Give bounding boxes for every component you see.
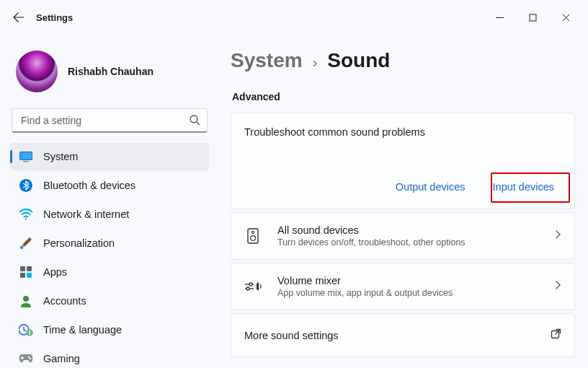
svg-rect-8 bbox=[20, 266, 25, 271]
sidebar-item-label: Time & language bbox=[43, 324, 122, 336]
back-button[interactable] bbox=[6, 4, 32, 30]
input-devices-button[interactable]: Input devices bbox=[486, 177, 561, 197]
close-icon bbox=[562, 14, 570, 22]
speaker-device-icon bbox=[244, 228, 262, 244]
svg-rect-10 bbox=[20, 273, 25, 278]
sidebar: Rishabh Chauhan System Bluetooth & devic… bbox=[0, 35, 216, 368]
titlebar: Settings bbox=[0, 0, 588, 35]
sidebar-item-gaming[interactable]: Gaming bbox=[10, 345, 209, 368]
sidebar-item-system[interactable]: System bbox=[10, 143, 209, 170]
output-devices-button[interactable]: Output devices bbox=[388, 177, 473, 197]
person-icon bbox=[19, 294, 33, 308]
svg-rect-9 bbox=[27, 266, 32, 271]
sidebar-item-label: Network & internet bbox=[43, 209, 129, 220]
maximize-icon bbox=[529, 14, 537, 22]
chevron-right-icon bbox=[554, 229, 561, 242]
clock-globe-icon bbox=[19, 323, 33, 337]
troubleshoot-title: Troubleshoot common sound problems bbox=[244, 126, 561, 138]
wifi-icon bbox=[19, 207, 33, 222]
sidebar-item-label: Personalization bbox=[43, 237, 115, 249]
sidebar-item-personalization[interactable]: Personalization bbox=[10, 229, 209, 257]
all-sound-devices-row[interactable]: All sound devices Turn devices on/off, t… bbox=[231, 212, 575, 260]
minimize-button[interactable] bbox=[483, 6, 516, 29]
svg-point-15 bbox=[28, 356, 30, 358]
nav: System Bluetooth & devices Network & int… bbox=[10, 143, 209, 368]
svg-point-6 bbox=[25, 218, 27, 220]
sidebar-item-label: Apps bbox=[43, 266, 67, 278]
apps-icon bbox=[19, 265, 33, 279]
brush-icon bbox=[19, 236, 33, 250]
close-button[interactable] bbox=[549, 6, 582, 29]
section-heading-advanced: Advanced bbox=[232, 91, 575, 102]
maximize-button[interactable] bbox=[516, 6, 549, 29]
svg-rect-11 bbox=[27, 273, 32, 278]
avatar bbox=[16, 51, 58, 92]
row-title: More sound settings bbox=[244, 330, 339, 341]
sidebar-item-accounts[interactable]: Accounts bbox=[10, 287, 209, 315]
sidebar-item-label: Accounts bbox=[43, 295, 86, 307]
row-subtitle: App volume mix, app input & output devic… bbox=[277, 288, 554, 298]
svg-point-16 bbox=[30, 358, 31, 359]
sidebar-item-label: Bluetooth & devices bbox=[43, 180, 135, 191]
chevron-right-icon: › bbox=[313, 54, 318, 71]
more-sound-settings-row[interactable]: More sound settings bbox=[231, 313, 575, 357]
minimize-icon bbox=[496, 14, 504, 22]
svg-rect-0 bbox=[530, 14, 536, 21]
svg-point-19 bbox=[251, 236, 256, 241]
main-content: System › Sound Advanced Troubleshoot com… bbox=[216, 35, 588, 368]
sidebar-item-label: Gaming bbox=[43, 353, 80, 364]
profile-block[interactable]: Rishabh Chauhan bbox=[10, 40, 209, 108]
bluetooth-icon bbox=[19, 178, 33, 193]
row-subtitle: Turn devices on/off, troubleshoot, other… bbox=[277, 237, 554, 247]
search-icon bbox=[189, 114, 200, 128]
profile-name: Rishabh Chauhan bbox=[68, 66, 153, 77]
sidebar-item-bluetooth[interactable]: Bluetooth & devices bbox=[10, 172, 209, 199]
gamepad-icon bbox=[19, 351, 33, 366]
row-title: All sound devices bbox=[277, 224, 554, 236]
breadcrumb-parent[interactable]: System bbox=[231, 49, 303, 72]
sidebar-item-label: System bbox=[43, 151, 78, 162]
svg-point-7 bbox=[20, 246, 23, 249]
chevron-right-icon bbox=[554, 280, 561, 293]
sidebar-item-time-language[interactable]: Time & language bbox=[10, 316, 209, 343]
troubleshoot-card: Troubleshoot common sound problems Outpu… bbox=[231, 113, 575, 209]
system-icon bbox=[19, 149, 33, 164]
svg-point-12 bbox=[23, 296, 29, 302]
mixer-icon bbox=[244, 281, 262, 292]
back-arrow-icon bbox=[13, 12, 24, 23]
row-title: Volume mixer bbox=[277, 275, 554, 286]
svg-point-1 bbox=[190, 115, 197, 123]
search-wrap bbox=[12, 108, 208, 133]
svg-point-20 bbox=[249, 283, 252, 286]
sidebar-item-network[interactable]: Network & internet bbox=[10, 201, 209, 228]
svg-point-18 bbox=[251, 231, 254, 233]
sidebar-item-apps[interactable]: Apps bbox=[10, 258, 209, 286]
search-input[interactable] bbox=[12, 108, 208, 133]
svg-point-21 bbox=[246, 287, 249, 290]
breadcrumb: System › Sound bbox=[231, 49, 575, 72]
svg-rect-4 bbox=[23, 161, 29, 162]
volume-mixer-row[interactable]: Volume mixer App volume mix, app input &… bbox=[231, 263, 575, 310]
open-external-icon bbox=[551, 328, 561, 342]
window-controls bbox=[483, 6, 582, 29]
breadcrumb-current: Sound bbox=[327, 49, 390, 72]
svg-rect-3 bbox=[20, 152, 32, 159]
window-title: Settings bbox=[36, 12, 73, 23]
